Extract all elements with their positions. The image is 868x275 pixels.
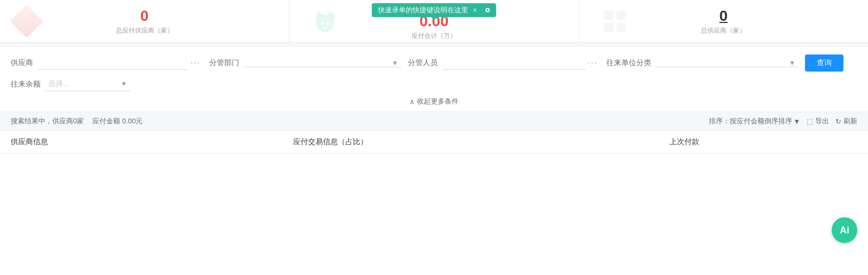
person-input[interactable] [442,57,586,70]
svg-rect-5 [604,10,613,20]
search-field-department: 分管部门 ▼ [209,58,401,68]
department-label: 分管部门 [209,58,239,68]
search-row-2: 往来余额 选择... ▼ [11,77,182,91]
stat-label-payable-total: 应付合计（万） [412,32,456,41]
department-select-value [243,61,389,65]
tooltip-close-btn[interactable]: × [472,6,477,14]
balance-label: 往来余额 [11,80,41,89]
stat-number-total-suppliers: 0 [720,7,728,25]
supplier-input[interactable] [37,57,188,70]
stat-number-payable-suppliers: 0 [140,7,149,25]
balance-select-placeholder: 选择... [45,77,117,91]
col-last-payment: 上次付款 [669,137,857,147]
collapse-row: ∧ 收起更多条件 [11,97,857,106]
person-dots-btn[interactable]: ··· [586,58,600,68]
stat-label-total-suppliers: 总供应商（家） [701,26,746,35]
result-bar-right: 排序：按应付会额倒序排序 ▼ ⬚ 导出 ↻ 刷新 [709,116,857,126]
svg-point-1 [316,12,323,22]
unit-category-select-value [656,61,786,65]
refresh-button[interactable]: ↻ 刷新 [835,116,857,126]
search-row-1: 供应商 ··· 分管部门 ▼ 分管人员 ··· 往来单位分类 [11,54,857,72]
supplier-dots-btn[interactable]: ··· [188,58,203,68]
unit-category-chevron-icon: ▼ [786,59,799,67]
unit-category-label: 往来单位分类 [606,58,651,68]
sort-button[interactable]: 排序：按应付会额倒序排序 ▼ [709,116,800,126]
search-area: 供应商 ··· 分管部门 ▼ 分管人员 ··· 往来单位分类 [0,47,868,112]
ghost-bear-icon [311,7,340,36]
table-header: 供应商信息 应付交易信息（占比） 上次付款 [0,131,868,154]
person-label: 分管人员 [408,58,438,68]
tooltip-banner: 快速录单的快捷键说明在这里 × [372,3,496,17]
ai-badge-button[interactable]: Ai [832,217,857,243]
export-button[interactable]: ⬚ 导出 [807,116,829,126]
svg-rect-8 [616,22,626,32]
stat-total-payable-suppliers: 0 总应付供应商（家） [0,0,289,42]
svg-rect-6 [616,10,626,20]
stat-total-suppliers: 0 总供应商（家） [579,0,868,42]
export-icon: ⬚ [807,117,813,125]
ai-label: Ai [840,225,849,236]
department-chevron-icon: ▼ [389,59,401,67]
payable-amount-text: 应付金额 0.00元 [92,116,143,126]
result-bar: 搜索结果中，供应商0家 应付金额 0.00元 排序：按应付会额倒序排序 ▼ ⬚ … [0,112,868,131]
table-area: 供应商信息 应付交易信息（占比） 上次付款 [0,131,868,275]
refresh-icon: ↻ [835,117,841,125]
result-bar-left: 搜索结果中，供应商0家 应付金额 0.00元 [11,116,143,126]
query-button[interactable]: 查询 [805,54,843,72]
stat-label-payable-suppliers: 总应付供应商（家） [116,26,173,35]
supplier-label: 供应商 [11,58,33,68]
export-label: 导出 [815,116,829,126]
collapse-button[interactable]: ∧ 收起更多条件 [409,97,459,106]
sort-label: 排序：按应付会额倒序排序 [709,116,792,126]
tooltip-text: 快速录单的快捷键说明在这里 [378,5,468,15]
search-field-supplier: 供应商 ··· [11,57,203,70]
search-field-unit-category: 往来单位分类 ▼ [606,58,799,68]
col-payable-info: 应付交易信息（占比） [293,137,669,147]
tooltip-dot [486,8,490,12]
grid-icon [601,7,629,36]
svg-point-3 [321,22,324,25]
col-supplier-info: 供应商信息 [11,137,293,147]
svg-rect-7 [604,22,613,32]
collapse-label: 收起更多条件 [417,97,459,106]
balance-chevron-icon: ▼ [117,80,130,88]
sort-chevron-icon: ▼ [793,117,800,125]
search-result-text: 搜索结果中，供应商0家 [11,116,84,126]
svg-point-4 [326,22,329,25]
top-stats-row: 0 总应付供应商（家） 快速录单的快捷键说明在这里 × 0.00 应付合计（万） [0,0,868,43]
stat-payable-total: 快速录单的快捷键说明在这里 × 0.00 应付合计（万） [289,0,579,42]
chevron-up-icon: ∧ [409,98,415,106]
search-field-balance: 往来余额 选择... ▼ [11,77,130,91]
svg-point-2 [327,12,335,22]
table-body [0,154,868,275]
refresh-label: 刷新 [843,116,857,126]
search-field-person: 分管人员 ··· [408,57,600,70]
